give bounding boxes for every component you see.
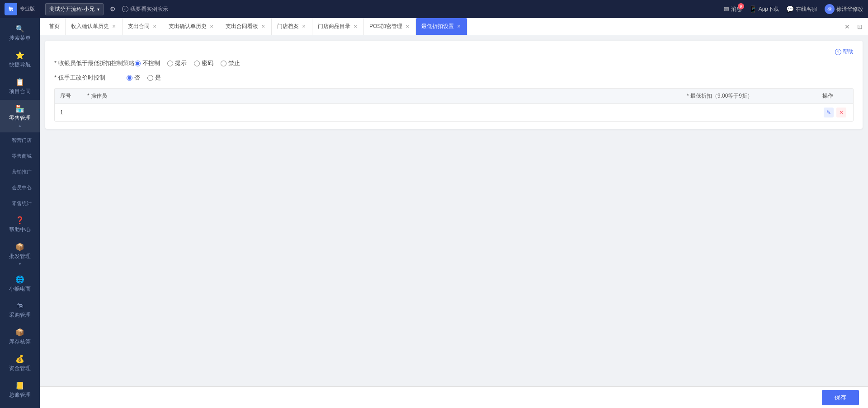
cell-min-discount (681, 104, 817, 122)
cell-actions: ✎ ✕ (817, 104, 853, 122)
message-button[interactable]: ✉ 消息 9 (724, 5, 742, 13)
col-header-min-discount: * 最低折扣（9.00等于9折） (681, 89, 817, 104)
app-download-button[interactable]: 📱 App下载 (749, 5, 779, 13)
app-logo: 畅 专业版 (5, 3, 41, 15)
sidebar-item-quick-nav[interactable]: ⭐ 快捷导航 (0, 47, 40, 73)
sidebar-item-finance[interactable]: 💰 资金管理 (0, 350, 40, 377)
save-button[interactable]: 保存 (822, 390, 859, 405)
sidebar: 🔍 搜索菜单 ⭐ 快捷导航 📋 项目合同 🏪 零售管理 ▲ 智营门店 零售商城 … (0, 18, 40, 408)
policy-form-row: * 收银员低于最低折扣控制策略 不控制 提示 密码 (54, 59, 854, 67)
online-service-button[interactable]: 💬 在线客服 (786, 5, 817, 13)
content-area: 首页 收入确认单历史 ✕ 支出合同 ✕ 支出确认单历史 ✕ 支出合同看板 ✕ 门… (40, 18, 868, 408)
settings-card: ? 帮助 * 收银员低于最低折扣控制策略 不控制 (45, 41, 863, 129)
policy-radio-no-control[interactable]: 不控制 (135, 59, 160, 67)
circle-icon: ○ (122, 6, 128, 12)
app-download-icon: 📱 (749, 5, 757, 13)
tab-pos-password[interactable]: POS加密管理 ✕ (364, 18, 416, 35)
delete-row-button[interactable]: ✕ (836, 108, 846, 117)
message-icon: ✉ (724, 5, 729, 13)
question-icon: ? (835, 49, 841, 55)
main-layout: 🔍 搜索菜单 ⭐ 快捷导航 📋 项目合同 🏪 零售管理 ▲ 智营门店 零售商城 … (0, 18, 868, 408)
topbar: 畅 专业版 测试分开流程-小兄 ▾ ⚙ ○ 我要看实例演示 ✉ 消息 9 📱 A… (0, 0, 868, 18)
star-icon: ⭐ (15, 51, 24, 60)
tab-expand[interactable]: ⊡ (855, 22, 864, 31)
manual-radio-no[interactable]: 否 (127, 74, 140, 82)
logo-text: 专业版 (20, 6, 35, 12)
sidebar-item-retail-mall[interactable]: 零售商城 (0, 148, 40, 164)
sidebar-item-ecommerce[interactable]: 🌐 小畅电商 (0, 271, 40, 297)
edit-row-button[interactable]: ✎ (824, 108, 834, 117)
policy-radio-password[interactable]: 密码 (194, 59, 213, 67)
sidebar-item-smart-store[interactable]: 智营门店 (0, 132, 40, 148)
tab-close-store-archive[interactable]: ✕ (301, 24, 307, 29)
tab-payment-confirm-history[interactable]: 支出确认单历史 ✕ (163, 18, 220, 35)
col-header-actions: 操作 (817, 89, 853, 104)
message-badge: 9 (738, 3, 744, 9)
logo-icon: 畅 (5, 3, 17, 15)
sidebar-item-wholesale-mgmt[interactable]: 📦 批发管理 ▼ (0, 238, 40, 271)
row-action-btns: ✎ ✕ (822, 108, 848, 117)
wholesale-icon: 📦 (15, 243, 24, 251)
page-content: ? 帮助 * 收银员低于最低折扣控制策略 不控制 (40, 35, 868, 386)
user-info[interactable]: 徐 徐泽华修改 (825, 4, 863, 14)
tab-payment-contract-view[interactable]: 支出合同看板 ✕ (220, 18, 272, 35)
sidebar-item-retail-mgmt[interactable]: 🏪 零售管理 ▲ (0, 100, 40, 132)
inventory-icon: 📦 (15, 328, 24, 337)
settings-icon[interactable]: ⚙ (107, 5, 118, 14)
discount-table: 序号 * 操作员 * 最低折扣（9.00等于9折） 操作 (55, 89, 853, 121)
col-header-seq: 序号 (55, 89, 82, 104)
policy-radio-forbid[interactable]: 禁止 (221, 59, 240, 67)
project-selector[interactable]: 测试分开流程-小兄 ▾ (45, 3, 104, 15)
tab-store-archive[interactable]: 门店档案 ✕ (272, 18, 312, 35)
cell-operator (82, 104, 681, 122)
sidebar-item-help-center[interactable]: ❓ 帮助中心 (0, 211, 40, 238)
purchase-icon: 🛍 (16, 302, 24, 310)
policy-radio-hint[interactable]: 提示 (167, 59, 187, 67)
chevron-down-icon: ▼ (18, 262, 22, 266)
sidebar-item-inventory[interactable]: 📦 库存核算 (0, 324, 40, 350)
topbar-project: 测试分开流程-小兄 ▾ ⚙ ○ 我要看实例演示 (45, 3, 719, 15)
ecommerce-icon: 🌐 (15, 275, 24, 284)
help-link[interactable]: ? 帮助 (835, 48, 854, 56)
discount-table-wrapper: 序号 * 操作员 * 最低折扣（9.00等于9折） 操作 (54, 88, 854, 122)
manual-radio-group: 否 是 (127, 74, 161, 82)
tab-income-history[interactable]: 收入确认单历史 ✕ (66, 18, 123, 35)
tab-close-income-history[interactable]: ✕ (111, 24, 117, 29)
tab-close-pos-password[interactable]: ✕ (405, 24, 410, 29)
tab-close-payment-contract[interactable]: ✕ (152, 24, 157, 29)
policy-label: * 收银员低于最低折扣控制策略 (54, 59, 135, 67)
demo-link[interactable]: ○ 我要看实例演示 (122, 5, 168, 13)
sidebar-item-purchase-mgmt[interactable]: 🛍 采购管理 (0, 297, 40, 324)
manual-form-row: * 仅手工改价时控制 否 是 (54, 74, 854, 82)
manual-label: * 仅手工改价时控制 (54, 74, 127, 82)
tab-home[interactable]: 首页 (43, 18, 66, 35)
tab-close-payment-contract-view[interactable]: ✕ (260, 24, 266, 29)
avatar: 徐 (825, 4, 835, 14)
manual-radio-yes[interactable]: 是 (147, 74, 161, 82)
finance-icon: 💰 (15, 355, 24, 363)
retail-icon: 🏪 (15, 104, 24, 113)
sidebar-item-marketing[interactable]: 营销推广 (0, 164, 40, 180)
cell-seq: 1 (55, 104, 82, 122)
tab-store-product-catalog[interactable]: 门店商品目录 ✕ (312, 18, 364, 35)
table-header-row: 序号 * 操作员 * 最低折扣（9.00等于9折） 操作 (55, 89, 853, 104)
ledger-icon: 📒 (15, 381, 24, 390)
sidebar-item-project-contract[interactable]: 📋 项目合同 (0, 73, 40, 100)
sidebar-item-retail-stats[interactable]: 零售统计 (0, 196, 40, 211)
tab-min-discount[interactable]: 最低折扣设置 ✕ (416, 18, 467, 35)
tab-close-min-discount[interactable]: ✕ (456, 24, 462, 29)
sidebar-item-search[interactable]: 🔍 搜索菜单 (0, 20, 40, 47)
chevron-up-icon: ▲ (18, 123, 22, 128)
sidebar-item-ledger[interactable]: 📒 总账管理 (0, 377, 40, 403)
tab-bar: 首页 收入确认单历史 ✕ 支出合同 ✕ 支出确认单历史 ✕ 支出合同看板 ✕ 门… (40, 18, 868, 35)
policy-radio-group: 不控制 提示 密码 禁止 (135, 59, 240, 67)
tab-close-store-product-catalog[interactable]: ✕ (353, 24, 358, 29)
tab-close-payment-confirm-history[interactable]: ✕ (209, 24, 214, 29)
sidebar-item-invoice[interactable]: 🧾 发票管理 (0, 403, 40, 408)
help-icon: ❓ (15, 216, 24, 225)
tab-close-all[interactable]: ✕ (843, 22, 852, 31)
sidebar-item-member-center[interactable]: 会员中心 (0, 180, 40, 196)
chevron-down-icon: ▾ (97, 7, 99, 12)
search-icon: 🔍 (15, 24, 24, 33)
tab-payment-contract[interactable]: 支出合同 ✕ (123, 18, 163, 35)
